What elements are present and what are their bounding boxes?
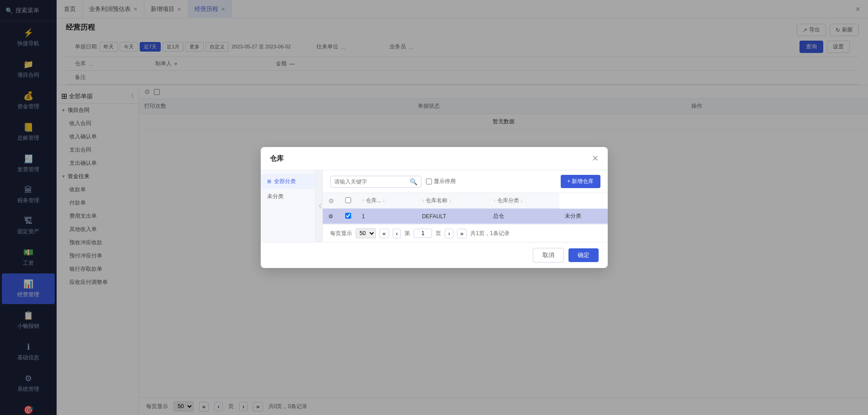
modal-body: ⊞ 全部分类 未分类 《 🔍 bbox=[261, 170, 608, 242]
collapse-icon: 《 bbox=[316, 202, 321, 210]
col-gear-icon[interactable]: ⚙ bbox=[328, 197, 334, 205]
confirm-button[interactable]: 确定 bbox=[568, 248, 599, 262]
modal-right-panel: 🔍 显示停用 + 新增仓库 ⚙ bbox=[323, 170, 608, 242]
modal-close-button[interactable]: ✕ bbox=[592, 153, 599, 163]
row-check-0[interactable] bbox=[340, 209, 357, 224]
row-seq-0: 1 bbox=[357, 209, 417, 224]
col-check bbox=[340, 193, 357, 209]
col-warehouse-category: ↑ 仓库分类 ↓ bbox=[488, 193, 559, 209]
modal-total-label: 共1页，1条记录 bbox=[470, 230, 509, 237]
col-cat-sort-asc[interactable]: ↑ bbox=[493, 198, 495, 203]
modal-search-input[interactable] bbox=[334, 179, 407, 185]
col-gear: ⚙ bbox=[323, 193, 340, 209]
modal-toolbar: 🔍 显示停用 + 新增仓库 bbox=[323, 170, 608, 193]
modal-prev-page[interactable]: ‹ bbox=[393, 229, 401, 238]
modal-page-suffix: 页 bbox=[436, 230, 441, 237]
warehouse-modal: 仓库 ✕ ⊞ 全部分类 未分类 《 bbox=[261, 147, 608, 268]
show-disabled-checkbox[interactable] bbox=[426, 179, 432, 184]
modal-page-label: 第 bbox=[405, 230, 410, 237]
row-category-0: 未分类 bbox=[559, 209, 608, 224]
col-code-sort-asc[interactable]: ↑ bbox=[362, 198, 364, 203]
modal-left-uncat-label: 未分类 bbox=[267, 193, 284, 200]
modal-overlay: 仓库 ✕ ⊞ 全部分类 未分类 《 bbox=[0, 0, 868, 415]
modal-left-all[interactable]: ⊞ 全部分类 bbox=[261, 174, 315, 189]
modal-first-page[interactable]: « bbox=[379, 229, 389, 238]
col-name-sort-desc[interactable]: ↓ bbox=[449, 198, 452, 203]
modal-table-wrap: ⚙ ↑ 仓库... ↓ bbox=[323, 193, 608, 224]
row-gear-0[interactable]: ⚙ bbox=[323, 209, 340, 224]
modal-left-all-label: 全部分类 bbox=[274, 178, 296, 185]
modal-left-uncategorized[interactable]: 未分类 bbox=[261, 189, 315, 204]
modal-search-box: 🔍 bbox=[330, 176, 421, 188]
row-code-0: DEFAULT bbox=[416, 209, 488, 224]
modal-header: 仓库 ✕ bbox=[261, 147, 608, 170]
col-cat-sort-desc[interactable]: ↓ bbox=[521, 198, 523, 203]
cancel-button[interactable]: 取消 bbox=[533, 248, 564, 263]
modal-title: 仓库 bbox=[270, 154, 284, 163]
modal-page-size-select[interactable]: 50 bbox=[356, 228, 376, 238]
show-disabled-text: 显示停用 bbox=[434, 178, 456, 185]
modal-page-input[interactable] bbox=[414, 229, 432, 238]
col-warehouse-code: ↑ 仓库... ↓ bbox=[357, 193, 417, 209]
show-disabled-label[interactable]: 显示停用 bbox=[426, 178, 456, 185]
modal-footer: 取消 确定 bbox=[261, 242, 608, 268]
modal-table: ⚙ ↑ 仓库... ↓ bbox=[323, 193, 608, 224]
row-checkbox-0[interactable] bbox=[345, 213, 351, 219]
row-name-0: 总仓 bbox=[488, 209, 559, 224]
modal-table-row-0[interactable]: ⚙ 1 DEFAULT 总仓 未分类 bbox=[323, 209, 608, 224]
col-code-sort-desc[interactable]: ↓ bbox=[383, 198, 385, 203]
modal-pagination: 每页显示 50 « ‹ 第 页 › » 共1页，1条记录 bbox=[323, 224, 608, 242]
modal-collapse-handle[interactable]: 《 bbox=[316, 170, 323, 242]
grid-icon: ⊞ bbox=[267, 179, 271, 184]
modal-left-panel: ⊞ 全部分类 未分类 bbox=[261, 170, 316, 242]
modal-next-page[interactable]: › bbox=[445, 229, 453, 238]
add-warehouse-button[interactable]: + 新增仓库 bbox=[561, 175, 600, 188]
col-name-sort-asc[interactable]: ↑ bbox=[422, 198, 424, 203]
col-warehouse-name: ↑ 仓库名称 ↓ bbox=[416, 193, 488, 209]
row-gear-icon-0: ⚙ bbox=[328, 213, 333, 220]
modal-page-size-label: 每页显示 bbox=[330, 230, 352, 237]
modal-last-page[interactable]: » bbox=[457, 229, 467, 238]
modal-select-all[interactable] bbox=[345, 197, 351, 203]
modal-search-icon: 🔍 bbox=[410, 178, 417, 185]
